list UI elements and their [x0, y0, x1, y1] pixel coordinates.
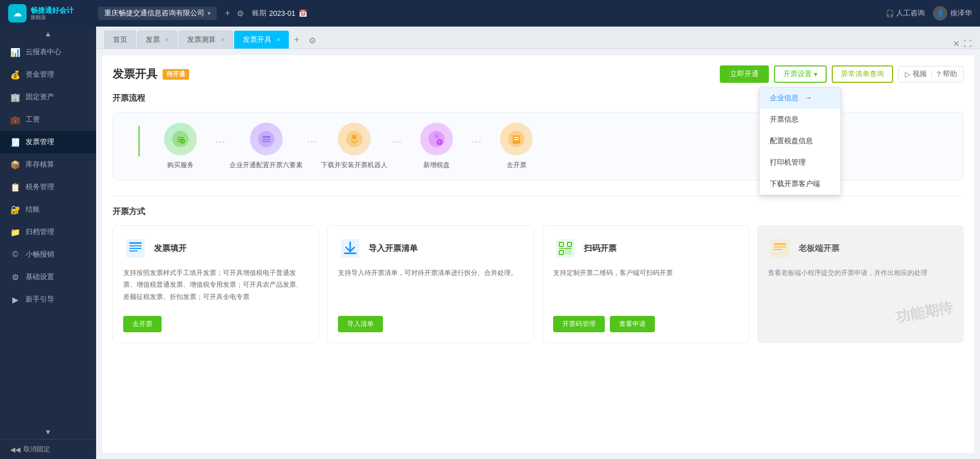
dropdown-item-company-info[interactable]: 企业信息 →: [760, 87, 840, 109]
svg-rect-5: [262, 139, 270, 140]
expense-icon: ©: [10, 249, 20, 260]
expand-window-icon[interactable]: ⛶: [964, 39, 972, 49]
tab-invoice-open-close[interactable]: ×: [277, 36, 280, 43]
method-import-desc: 支持导入待开票清单，可对待开票清单进行拆分、合并处理。: [338, 267, 523, 308]
video-help-button[interactable]: ▷ 视频 | ? 帮助: [898, 66, 964, 82]
tab-window-controls: ✕ ⛶: [953, 39, 972, 49]
import-list-button[interactable]: 导入清单: [338, 316, 383, 332]
sidebar-item-basic-settings[interactable]: ⚙ 基础设置: [0, 266, 96, 288]
settings-icon[interactable]: ⚙: [237, 9, 244, 18]
sidebar-item-payroll[interactable]: 💼 工资: [0, 108, 96, 131]
method-card-import: 导入开票清单 支持导入待开票清单，可对待开票清单进行拆分、合并处理。 导入清单: [327, 225, 534, 343]
tab-invoice[interactable]: 发票 ×: [137, 31, 177, 49]
close-window-icon[interactable]: ✕: [953, 39, 960, 49]
sidebar-item-fixed-assets[interactable]: 🏢 固定资产: [0, 86, 96, 108]
sidebar-item-tax-mgmt[interactable]: 📋 税务管理: [0, 176, 96, 198]
dropdown-item-invoice-info[interactable]: 开票信息: [760, 109, 840, 130]
logo-area: ☁ 畅捷通好会计 旗舰版: [8, 4, 90, 22]
period-info: 账期 2023-01 📅: [252, 9, 307, 18]
consult-button[interactable]: 🎧 人工咨询: [885, 9, 925, 18]
sidebar-item-fund-mgmt[interactable]: 💰 资金管理: [0, 63, 96, 86]
content-area: 首页 发票 × 发票测算 × 发票开具 × + ⚙ ✕ ⛶: [96, 27, 980, 459]
cloud-report-icon: 📊: [10, 47, 20, 57]
flow-step-company: 企业开通配置开票六要素: [230, 123, 303, 170]
user-info[interactable]: 👤 徐泽华: [933, 6, 972, 20]
sidebar-item-cloud-report[interactable]: 📊 云报表中心: [0, 41, 96, 63]
methods-container: 发票填开 支持按照发票样式手工填开发票；可开具增值税电子普通发票、增值税普通发票…: [112, 225, 964, 343]
svg-rect-19: [129, 245, 142, 246]
section-divider: [112, 196, 964, 196]
cancel-fixed-icon: ◀◀: [10, 446, 20, 453]
qr-manage-button[interactable]: 开票码管理: [553, 316, 605, 332]
tab-invoice-calc-label: 发票测算: [187, 35, 216, 44]
status-badge: 待开通: [163, 69, 189, 80]
top-actions: + ⚙: [225, 8, 244, 19]
flow-arrow-3: ···: [392, 134, 402, 148]
method-import-footer: 导入清单: [338, 316, 523, 332]
svg-rect-23: [344, 253, 356, 254]
add-company-icon[interactable]: +: [225, 8, 231, 19]
page-title: 发票开具 待开通: [112, 66, 189, 82]
svg-rect-18: [129, 242, 142, 244]
user-name: 徐泽华: [950, 9, 972, 18]
svg-text:税: 税: [435, 133, 439, 139]
question-icon: ?: [937, 70, 941, 78]
tab-invoice-open-label: 发票开具: [243, 35, 271, 44]
tab-bar: 首页 发票 × 发票测算 × 发票开具 × + ⚙ ✕ ⛶: [96, 27, 980, 49]
sidebar-item-new-guide[interactable]: ▶ 新手引导: [0, 288, 96, 311]
settings-label: 开票设置: [783, 70, 812, 79]
tab-home[interactable]: 首页: [104, 31, 136, 49]
fixed-assets-icon: 🏢: [10, 92, 20, 102]
flow-arrow-1: ···: [215, 134, 225, 148]
sidebar-item-archive[interactable]: 📁 归档管理: [0, 221, 96, 243]
query-button[interactable]: 异常清单查询: [832, 65, 893, 83]
cancel-fixed-label: 取消固定: [24, 445, 50, 454]
settings-button[interactable]: 开票设置 ▾: [774, 65, 827, 83]
method-card-manual: 发票填开 支持按照发票样式手工填开发票；可开具增值税电子普通发票、增值税普通发票…: [112, 225, 319, 343]
flow-invoice-label: 去开票: [507, 160, 527, 170]
svg-rect-8: [352, 135, 356, 139]
company-name: 重庆畅捷交通信息咨询有限公司: [104, 9, 204, 18]
sidebar-item-inventory[interactable]: 📦 库存核算: [0, 153, 96, 176]
activate-button[interactable]: 立即开通: [720, 65, 769, 83]
calendar-icon[interactable]: 📅: [299, 9, 307, 17]
method-scan-footer: 开票码管理 查看申请: [553, 316, 738, 332]
method-boss-icon: [768, 236, 792, 261]
sidebar-scroll-down[interactable]: ▼: [0, 425, 96, 439]
flow-invoice-icon: [500, 123, 533, 155]
sidebar-cancel-btn[interactable]: ◀◀ 取消固定: [0, 439, 96, 459]
tab-invoice-close[interactable]: ×: [165, 36, 169, 43]
method-card-boss: 老板端开票 查看老板端小程序提交的开票申请，并作出相应的处理 功能期待: [757, 225, 964, 343]
basic-settings-icon: ⚙: [10, 272, 20, 282]
tab-invoice-open[interactable]: 发票开具 ×: [234, 31, 289, 49]
tab-invoice-calc[interactable]: 发票测算 ×: [178, 31, 233, 49]
sidebar-label: 发票管理: [26, 137, 54, 147]
new-guide-icon: ▶: [10, 294, 20, 305]
sidebar-item-expense[interactable]: © 小畅报销: [0, 243, 96, 266]
company-selector[interactable]: 重庆畅捷交通信息咨询有限公司 ▾: [98, 7, 217, 20]
dropdown-item-download-client[interactable]: 下载开票客户端: [760, 173, 840, 195]
sidebar-scroll-up[interactable]: ▲: [0, 27, 96, 41]
method-manual-title: 发票填开: [154, 243, 187, 254]
sidebar-item-invoice-mgmt[interactable]: 🧾 发票管理: [0, 131, 96, 153]
sidebar-item-settlement[interactable]: 🔐 结账: [0, 198, 96, 221]
tab-settings-icon[interactable]: ⚙: [305, 33, 320, 49]
flow-download-icon: [338, 123, 371, 155]
sidebar-label: 库存核算: [26, 160, 54, 169]
tab-add-button[interactable]: +: [290, 32, 304, 49]
tab-invoice-calc-close[interactable]: ×: [221, 36, 224, 43]
method-boss-title: 老板端开票: [799, 243, 839, 254]
view-apply-button[interactable]: 查看申请: [610, 316, 655, 332]
svg-rect-6: [262, 141, 270, 142]
svg-rect-21: [129, 250, 138, 251]
method-manual-header: 发票填开: [123, 236, 308, 261]
dropdown-arrow-icon: ▾: [814, 70, 817, 78]
go-invoice-button[interactable]: 去开票: [123, 316, 162, 332]
separator: |: [931, 70, 933, 78]
help-label: 帮助: [943, 70, 957, 79]
top-bar: ☁ 畅捷通好会计 旗舰版 重庆畅捷交通信息咨询有限公司 ▾ + ⚙ 账期 202…: [0, 0, 980, 27]
svg-text:+: +: [181, 139, 184, 144]
dropdown-item-tax-config[interactable]: 配置税盘信息: [760, 130, 840, 152]
flow-company-icon: [250, 123, 283, 155]
dropdown-item-printer[interactable]: 打印机管理: [760, 152, 840, 173]
